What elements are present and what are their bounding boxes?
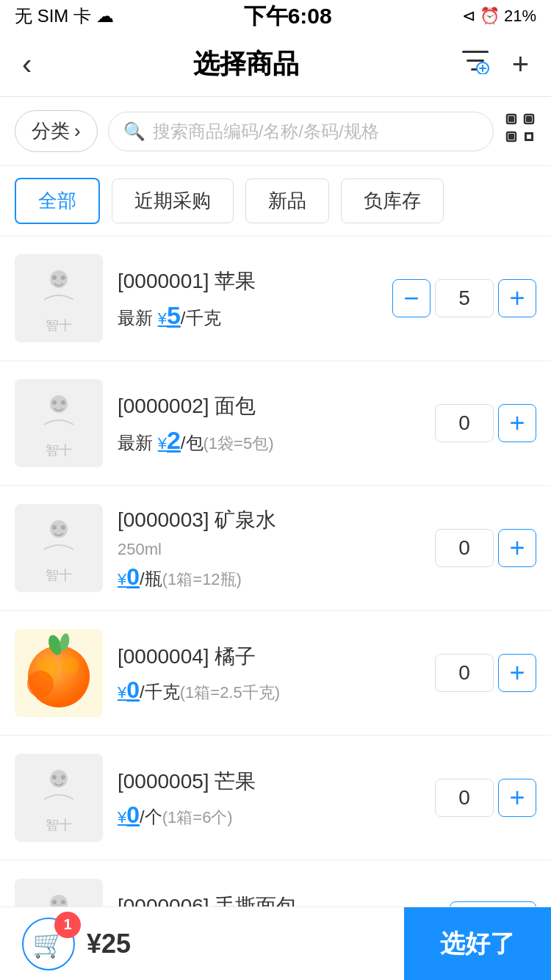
- search-box[interactable]: 🔍 搜索商品编码/名称/条码/规格: [108, 112, 494, 151]
- product-name: [0000004] 橘子: [118, 643, 420, 671]
- qty-input[interactable]: [435, 529, 494, 567]
- cart-icon[interactable]: 🛒 1: [22, 918, 75, 970]
- product-item: 智十 [0000002] 面包 最新 ¥2/包(1袋=5包) +: [0, 361, 551, 485]
- svg-point-18: [61, 275, 65, 280]
- qty-plus-button[interactable]: +: [498, 779, 536, 817]
- product-item: 智十 [0000003] 矿泉水 250ml ¥0/瓶(1箱=12瓶) +: [0, 486, 551, 610]
- back-button[interactable]: ‹: [22, 48, 32, 81]
- svg-rect-1: [467, 60, 484, 62]
- status-right: ⊲ ⏰ 21%: [462, 7, 536, 26]
- nav-bar: ‹ 选择商品 +: [0, 32, 551, 97]
- placeholder-icon: [37, 263, 81, 314]
- qty-plus-button[interactable]: +: [498, 529, 536, 567]
- product-price: ¥0/千克(1箱=2.5千克): [118, 677, 420, 704]
- product-info: [0000005] 芒果 ¥0/个(1箱=6个): [118, 768, 420, 829]
- bottom-bar: 🛒 1 ¥25 选好了: [0, 907, 551, 980]
- tab-new[interactable]: 新品: [245, 179, 329, 223]
- svg-point-33: [52, 775, 57, 779]
- svg-rect-10: [526, 116, 532, 122]
- placeholder-text: 智十: [46, 442, 72, 459]
- svg-point-17: [52, 275, 57, 280]
- product-thumbnail: 智十: [15, 754, 103, 842]
- placeholder-icon: [37, 763, 81, 813]
- svg-rect-11: [508, 134, 514, 140]
- svg-point-20: [52, 400, 57, 405]
- qty-plus-button[interactable]: +: [498, 279, 536, 317]
- qty-plus-button[interactable]: +: [498, 654, 536, 692]
- cart-badge: 1: [54, 912, 81, 938]
- qty-input[interactable]: [435, 404, 494, 442]
- product-name: [0000001] 苹果: [118, 267, 378, 295]
- product-thumbnail: 智十: [15, 504, 103, 592]
- tab-all[interactable]: 全部: [15, 178, 100, 224]
- product-spec: 250ml: [118, 540, 420, 559]
- tab-bar: 全部 近期采购 新品 负库存: [0, 166, 551, 237]
- svg-rect-9: [508, 116, 514, 122]
- qty-control: +: [435, 654, 536, 692]
- product-info: [0000001] 苹果 最新 ¥5/千克: [118, 267, 378, 330]
- qty-input[interactable]: [435, 279, 494, 317]
- qty-control: +: [435, 779, 536, 817]
- product-price: 最新 ¥2/包(1袋=5包): [118, 426, 420, 455]
- product-name: [0000005] 芒果: [118, 768, 420, 796]
- placeholder-icon: [37, 388, 81, 439]
- scan-icon[interactable]: [504, 112, 536, 151]
- confirm-button[interactable]: 选好了: [404, 907, 551, 980]
- product-info: [0000002] 面包 最新 ¥2/包(1袋=5包): [118, 392, 420, 455]
- product-price: ¥0/瓶(1箱=12瓶): [118, 563, 420, 591]
- product-item: [0000004] 橘子 ¥0/千克(1箱=2.5千克) +: [0, 611, 551, 735]
- qty-control: − +: [392, 279, 536, 317]
- product-thumbnail: [15, 629, 103, 717]
- svg-point-29: [61, 657, 79, 674]
- svg-point-37: [61, 900, 65, 904]
- placeholder-text: 智十: [46, 317, 72, 334]
- tab-recent[interactable]: 近期采购: [112, 179, 234, 223]
- status-time: 下午6:08: [244, 1, 332, 32]
- svg-point-36: [52, 900, 57, 904]
- nav-actions: +: [461, 48, 529, 81]
- search-icon: 🔍: [123, 121, 145, 142]
- qty-control: +: [435, 529, 536, 567]
- status-left: 无 SIM 卡 ☁: [15, 4, 114, 28]
- search-placeholder: 搜索商品编码/名称/条码/规格: [153, 120, 379, 143]
- product-list: 智十 [0000001] 苹果 最新 ¥5/千克 − +: [0, 237, 551, 980]
- add-icon[interactable]: +: [512, 48, 529, 81]
- svg-rect-15: [525, 139, 533, 141]
- product-price: 最新 ¥5/千克: [118, 301, 378, 330]
- placeholder-text: 智十: [46, 566, 72, 584]
- qty-input[interactable]: [435, 654, 494, 692]
- svg-point-23: [52, 525, 57, 530]
- qty-minus-button[interactable]: −: [392, 279, 431, 317]
- cart-total: ¥25: [87, 929, 131, 959]
- category-label: 分类: [32, 118, 70, 144]
- filter-icon[interactable]: [461, 48, 490, 81]
- qty-control: +: [435, 404, 536, 442]
- status-bar: 无 SIM 卡 ☁ 下午6:08 ⊲ ⏰ 21%: [0, 0, 551, 32]
- product-item: 智十 [0000001] 苹果 最新 ¥5/千克 − +: [0, 237, 551, 360]
- svg-point-28: [27, 671, 54, 697]
- product-info: [0000004] 橘子 ¥0/千克(1箱=2.5千克): [118, 643, 420, 704]
- cart-section: 🛒 1 ¥25: [0, 918, 404, 970]
- product-info: [0000003] 矿泉水 250ml ¥0/瓶(1箱=12瓶): [118, 506, 420, 591]
- svg-rect-0: [462, 51, 489, 53]
- placeholder-icon: [37, 513, 81, 563]
- svg-point-24: [61, 525, 65, 530]
- category-button[interactable]: 分类 ›: [15, 110, 98, 152]
- svg-point-34: [61, 775, 65, 779]
- product-name: [0000003] 矿泉水: [118, 506, 420, 534]
- tab-negative[interactable]: 负库存: [341, 179, 444, 223]
- category-chevron: ›: [74, 120, 81, 143]
- product-price: ¥0/个(1箱=6个): [118, 801, 420, 829]
- product-thumbnail: 智十: [15, 254, 103, 342]
- svg-point-21: [61, 400, 65, 405]
- filter-bar: 分类 › 🔍 搜索商品编码/名称/条码/规格: [0, 97, 551, 166]
- placeholder-text: 智十: [46, 816, 72, 834]
- qty-plus-button[interactable]: +: [498, 404, 536, 442]
- product-thumbnail: 智十: [15, 379, 103, 467]
- page-title: 选择商品: [193, 46, 299, 82]
- qty-input[interactable]: [435, 779, 494, 817]
- product-item: 智十 [0000005] 芒果 ¥0/个(1箱=6个) +: [0, 736, 551, 860]
- product-name: [0000002] 面包: [118, 392, 420, 420]
